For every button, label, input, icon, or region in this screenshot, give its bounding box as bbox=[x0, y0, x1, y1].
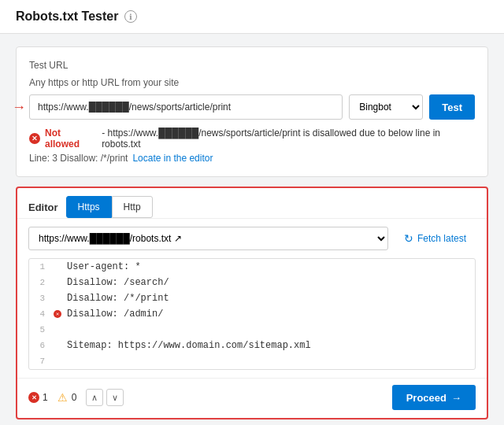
line-error-icon: ✕ bbox=[54, 310, 61, 318]
code-line: 4✕Disallow: /admin/ bbox=[29, 306, 475, 322]
editor-header: Editor Https Http bbox=[17, 188, 487, 218]
error-circle-icon: ✕ bbox=[29, 133, 40, 144]
nav-arrows: ∧ ∨ bbox=[86, 389, 124, 406]
line-content: User-agent: * bbox=[64, 261, 475, 272]
editor-toolbar: https://www.██████/robots.txt ↗ ↻ Fetch … bbox=[17, 218, 487, 258]
arrow-down-button[interactable]: ∨ bbox=[106, 389, 124, 406]
error-status: ✕ 1 bbox=[28, 392, 48, 403]
main-content: Test URL Any https or http URL from your… bbox=[0, 34, 504, 423]
code-editor[interactable]: 1User-agent: *2Disallow: /search/3Disall… bbox=[28, 258, 476, 370]
arrow-up-button[interactable]: ∧ bbox=[86, 389, 103, 406]
line-number: 7 bbox=[29, 357, 51, 366]
line-number: 3 bbox=[29, 294, 51, 303]
page-title: Robots.txt Tester bbox=[16, 9, 118, 24]
error-count-icon: ✕ bbox=[28, 392, 39, 403]
line-content: Disallow: /admin/ bbox=[64, 309, 475, 320]
warning-count: 0 bbox=[72, 392, 77, 403]
fetch-latest-button[interactable]: ↻ Fetch latest bbox=[395, 227, 476, 250]
proceed-label: Proceed bbox=[406, 392, 447, 404]
fetch-label: Fetch latest bbox=[417, 233, 466, 244]
code-line: 3Disallow: /*/print bbox=[29, 290, 475, 306]
test-button[interactable]: Test bbox=[429, 94, 475, 120]
warning-icon: ⚠ bbox=[57, 392, 69, 403]
proceed-button[interactable]: Proceed → bbox=[392, 385, 476, 410]
test-url-label: Test URL bbox=[29, 60, 475, 71]
line-text: Line: 3 Disallow: /*/print bbox=[29, 153, 128, 164]
test-url-hint: Any https or http URL from your site bbox=[29, 77, 475, 88]
line-number: 1 bbox=[29, 262, 51, 272]
warning-status: ⚠ 0 bbox=[57, 392, 77, 403]
proceed-arrow-icon: → bbox=[451, 392, 461, 404]
url-input[interactable] bbox=[29, 94, 343, 120]
editor-section: Editor Https Http https://www.██████/rob… bbox=[16, 187, 488, 419]
error-count: 1 bbox=[43, 392, 48, 403]
editor-footer: ✕ 1 ⚠ 0 ∧ ∨ Proceed → bbox=[17, 378, 487, 418]
line-content: Disallow: /search/ bbox=[64, 277, 475, 288]
tab-https[interactable]: Https bbox=[66, 196, 112, 218]
result-detail: - https://www.██████/news/sports/article… bbox=[102, 128, 475, 150]
refresh-icon: ↻ bbox=[404, 232, 413, 245]
editor-title: Editor bbox=[28, 201, 58, 213]
not-allowed-badge: ✕ Not allowed - https://www.██████/news/… bbox=[29, 128, 475, 150]
code-line: 7 bbox=[29, 353, 475, 369]
info-icon[interactable]: ℹ bbox=[124, 10, 137, 23]
line-number: 2 bbox=[29, 278, 51, 287]
red-arrow-indicator: → bbox=[12, 99, 26, 116]
test-url-card: Test URL Any https or http URL from your… bbox=[16, 46, 488, 177]
page-header: Robots.txt Tester ℹ bbox=[0, 0, 504, 34]
code-line: 5 bbox=[29, 322, 475, 338]
line-number: 6 bbox=[29, 341, 51, 350]
locate-link[interactable]: Locate in the editor bbox=[132, 153, 213, 164]
line-content: Sitemap: https://www.domain.com/sitemap.… bbox=[64, 340, 475, 351]
bot-select[interactable]: Bingbot Googlebot Slurp bbox=[349, 94, 423, 120]
test-result: ✕ Not allowed - https://www.██████/news/… bbox=[29, 128, 475, 164]
line-info: Line: 3 Disallow: /*/print Locate in the… bbox=[29, 153, 475, 164]
test-url-row: Bingbot Googlebot Slurp Test bbox=[29, 94, 475, 120]
file-select[interactable]: https://www.██████/robots.txt ↗ bbox=[28, 227, 388, 250]
code-line: 1User-agent: * bbox=[29, 259, 475, 275]
code-line: 6Sitemap: https://www.domain.com/sitemap… bbox=[29, 338, 475, 353]
line-content: Disallow: /*/print bbox=[64, 293, 475, 304]
code-line: 2Disallow: /search/ bbox=[29, 275, 475, 290]
line-number: 4 bbox=[29, 309, 51, 319]
line-number: 5 bbox=[29, 325, 51, 334]
line-error-marker: ✕ bbox=[51, 310, 64, 318]
tab-http[interactable]: Http bbox=[112, 196, 153, 218]
not-allowed-text: Not allowed bbox=[45, 128, 97, 150]
